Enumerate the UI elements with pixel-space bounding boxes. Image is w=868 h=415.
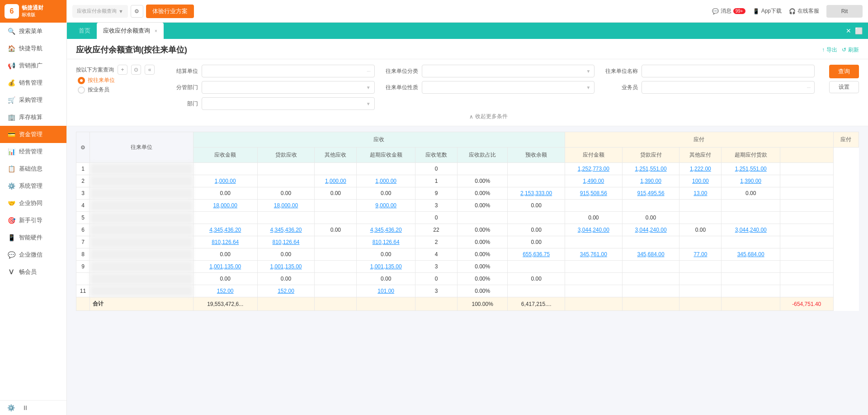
partner-cell: █████████ [90, 261, 193, 273]
sidebar-item-warehouse[interactable]: 🏢 库存核算 [0, 109, 66, 126]
app-download-button[interactable]: 📱 App下载 [753, 7, 782, 15]
filter-unit-nature: 往来单位性质 ▼ [382, 81, 595, 94]
marketing-icon: 📢 [7, 62, 15, 69]
ap-amount-header: 应付金额 [565, 148, 623, 163]
search-menu-icon: 🔍 [7, 28, 15, 35]
collapse-icon[interactable]: ⏸ [22, 404, 28, 411]
scheme-option-salesperson[interactable]: 按业务员 [78, 86, 155, 94]
maximize-icon[interactable]: ⬜ [855, 27, 863, 34]
jiesuan-unit-label: 结算单位 [162, 67, 198, 75]
refresh-label: 刷新 [848, 46, 859, 54]
sidebar-item-quick-nav[interactable]: 🏠 快捷导航 [0, 40, 66, 57]
sidebar-item-enterprise-wechat[interactable]: 💬 企业微信 [0, 246, 66, 263]
sidebar-item-basic-info[interactable]: 📋 基础信息 [0, 160, 66, 177]
filter-salesperson: 业务员 ··· [602, 81, 815, 94]
collab-icon: 🤝 [7, 200, 15, 207]
scheme2-label: 按业务员 [88, 86, 109, 94]
total-ap-amount: -654,751.40 [780, 297, 834, 311]
jiesuan-unit-input[interactable]: ··· [202, 65, 375, 77]
branch-dept-label: 分管部门 [162, 84, 198, 91]
logo-text: 畅捷通财 [22, 5, 43, 12]
sidebar-item-operations[interactable]: 📊 经营管理 [0, 143, 66, 160]
tab-ar-query[interactable]: 应收应付余额查询 × [97, 23, 164, 39]
tab-bar-actions: ✕ ⬜ [846, 27, 863, 34]
tab-close-icon[interactable]: × [155, 29, 157, 33]
sidebar-item-label: 经营管理 [19, 148, 42, 156]
sidebar-item-smart-device[interactable]: 📱 智能硬件 [0, 229, 66, 246]
table-row: 3█████████0.000.000.000.0090.00%2,153,33… [76, 187, 859, 200]
branch-dept-input[interactable]: ▼ [202, 81, 375, 94]
table-container: ⚙ 往来单位 应收 应付 应付 应收金额 贷款应收 其他应收 超期应收金额 应收… [67, 126, 868, 415]
ap-other-header: 其他应付 [679, 148, 722, 163]
sidebar-item-label: 新手引导 [19, 216, 42, 224]
breadcrumb-text: 应收应付余额查询 [77, 8, 117, 14]
scheme-settings-icon[interactable]: ⊙ [131, 65, 141, 75]
receivable-group-header: 应收 [193, 132, 565, 148]
partner-cell: █████████ [90, 273, 193, 285]
query-button[interactable]: 查询 [829, 65, 859, 78]
sidebar-bottom: ⚙️ ⏸ [0, 400, 66, 415]
scheme-collapse-icon[interactable]: « [145, 65, 155, 75]
chevron-down-icon: ▼ [586, 85, 590, 90]
sales-icon: 💰 [7, 79, 15, 86]
filter-branch-dept: 分管部门 ▼ [162, 81, 375, 94]
message-icon: 💬 [712, 8, 719, 14]
page-title: 应收应付余额查询(按往来单位) [76, 44, 187, 55]
home-icon: 🏠 [7, 45, 15, 52]
tab-bar: 首页 应收应付余额查询 × ✕ ⬜ [67, 23, 868, 39]
refresh-icon: ↺ [842, 47, 846, 53]
filter-fields: 结算单位 ··· 往来单位分类 ▼ [162, 65, 815, 120]
unit-category-input[interactable]: ▼ [422, 65, 595, 77]
settings-button[interactable]: ⚙ [131, 5, 143, 18]
warehouse-icon: 🏢 [7, 114, 15, 121]
sidebar-item-label: 资金管理 [19, 130, 42, 138]
sidebar-item-marketing[interactable]: 📢 营销推广 [0, 57, 66, 74]
add-scheme-button[interactable]: + [118, 65, 127, 75]
partner-cell: █████████ [90, 163, 193, 175]
dots-icon: ··· [807, 85, 811, 90]
sidebar-item-label: 销售管理 [19, 79, 42, 87]
table-row: 8P█████████0.000.000.0040.00%655,636.753… [76, 248, 859, 261]
data-table: ⚙ 往来单位 应收 应付 应付 应收金额 贷款应收 其他应收 超期应收金额 应收… [76, 132, 859, 311]
total-row: 合计 19,553,472,6... 100.00% 6,417,215.... [76, 297, 859, 311]
sidebar-item-search-menu[interactable]: 🔍 搜索菜单 [0, 23, 66, 40]
plan-button[interactable]: 体验行业方案 [146, 5, 194, 18]
sidebar-item-system[interactable]: ⚙️ 系统管理 [0, 177, 66, 195]
scheme-radio-active [78, 77, 85, 84]
message-button[interactable]: 💬 消息 99+ [712, 7, 745, 15]
ar-loan-header: 贷款应收 [257, 148, 315, 163]
salesperson-input[interactable]: ··· [642, 81, 815, 94]
sidebar-item-member[interactable]: Ⅴ 畅会员 [0, 263, 66, 281]
sidebar-item-newbie[interactable]: 🎯 新手引导 [0, 212, 66, 229]
online-service-button[interactable]: 🎧 在线客服 [789, 7, 819, 15]
scheme-radio-inactive [78, 86, 85, 94]
sidebar-item-purchase[interactable]: 🛒 采购管理 [0, 91, 66, 109]
sidebar-item-enterprise-collab[interactable]: 🤝 企业协同 [0, 195, 66, 212]
close-window-icon[interactable]: ✕ [846, 27, 851, 34]
table-row: 4█████████18,000.0018,000.009,000.0030.0… [76, 200, 859, 212]
smart-device-icon: 📱 [7, 234, 15, 241]
top-bar-left: 应收应付余额查询 ▼ ⚙ 体验行业方案 [72, 5, 708, 18]
sidebar-item-sales[interactable]: 💰 销售管理 [0, 74, 66, 91]
scheme-option-partner[interactable]: 按往来单位 [78, 76, 155, 84]
ap-col-header [780, 148, 834, 163]
user-avatar[interactable]: Rit [826, 5, 863, 18]
setting-button[interactable]: 设置 [829, 81, 859, 93]
sidebar-item-label: 营销推广 [19, 62, 42, 70]
partner-col-header: 往来单位 [90, 132, 193, 163]
filter-area: 按以下方案查询 + ⊙ « 按往来单位 [67, 59, 868, 126]
partner-cell: █████████ [90, 285, 193, 297]
app-download-label: App下载 [761, 7, 782, 15]
ar-ratio-header: 应收款占比 [458, 148, 508, 163]
unit-nature-input[interactable]: ▼ [422, 81, 595, 94]
export-button[interactable]: ↑ 导出 [822, 46, 837, 54]
tab-home[interactable]: 首页 [72, 23, 97, 39]
partner-cell: █████████ [90, 212, 193, 224]
dept-input[interactable]: ▼ [202, 97, 375, 110]
collapse-more-button[interactable]: ∧ 收起更多条件 [162, 113, 815, 120]
refresh-button[interactable]: ↺ 刷新 [842, 46, 859, 54]
settings-bottom-icon[interactable]: ⚙️ [7, 404, 15, 411]
unit-name-input[interactable] [642, 65, 815, 77]
sidebar-item-label: 系统管理 [19, 182, 42, 190]
sidebar-item-funds[interactable]: 💳 资金管理 [0, 126, 66, 143]
